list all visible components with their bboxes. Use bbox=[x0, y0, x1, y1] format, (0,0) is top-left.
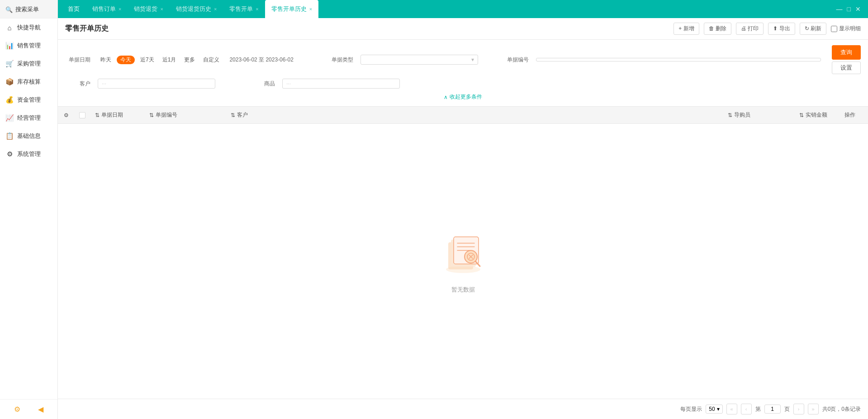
tab-sales-return-history[interactable]: 销货退货历史× bbox=[170, 0, 223, 18]
window-close[interactable]: ✕ bbox=[855, 5, 861, 13]
display-detail-label: 显示明细 bbox=[839, 25, 861, 33]
settings-icon: ⚙ bbox=[64, 112, 69, 118]
goods-label: 商品 bbox=[250, 80, 275, 88]
sidebar-search[interactable]: 🔍 搜索采单 bbox=[0, 0, 57, 19]
order-no-input[interactable] bbox=[536, 58, 821, 61]
sidebar-item-sales-mgmt[interactable]: 📊销售管理 bbox=[0, 37, 57, 55]
sidebar-icon-basic-info: 📋 bbox=[5, 132, 14, 140]
date-shortcut-今天[interactable]: 今天 bbox=[117, 56, 135, 64]
table-area: ⚙ ⇅ 单据日期 ⇅ 单据编号 ⇅ 客户 ⇅ bbox=[58, 107, 868, 399]
th-customer[interactable]: ⇅ 客户 bbox=[226, 111, 723, 119]
tab-close-retail-open-history[interactable]: × bbox=[309, 6, 312, 12]
collapse-footer-icon[interactable]: ◀ bbox=[38, 405, 43, 414]
sidebar-label-finance: 资金管理 bbox=[17, 96, 41, 104]
sidebar-nav: ⌂快捷导航📊销售管理🛒采购管理📦库存核算💰资金管理📈经营管理📋基础信息⚙系统管理 bbox=[0, 19, 57, 399]
tab-label-home: 首页 bbox=[68, 5, 80, 12]
th-amount[interactable]: ⇅ 实销金额 bbox=[778, 111, 832, 119]
th-settings[interactable]: ⚙ bbox=[58, 112, 74, 118]
window-controls: — □ ✕ bbox=[836, 5, 864, 13]
tab-close-sales-return-history[interactable]: × bbox=[214, 6, 217, 12]
customer-placeholder: ··· bbox=[102, 80, 106, 87]
tab-close-retail-open[interactable]: × bbox=[256, 6, 258, 12]
th-date[interactable]: ⇅ 单据日期 bbox=[90, 111, 145, 119]
select-all-checkbox[interactable] bbox=[79, 112, 85, 118]
export-button[interactable]: ⬆ 导出 bbox=[768, 23, 795, 35]
collapse-icon: ∧ bbox=[444, 94, 448, 100]
first-page-btn[interactable]: « bbox=[726, 404, 737, 414]
th-customer-label: 客户 bbox=[237, 111, 248, 119]
delete-button[interactable]: 🗑 删除 bbox=[704, 23, 731, 35]
goods-input[interactable]: ··· bbox=[282, 79, 400, 89]
sidebar-item-basic-info[interactable]: 📋基础信息 bbox=[0, 127, 57, 145]
tab-label-retail-open-history: 零售开单历史 bbox=[271, 5, 307, 13]
display-detail-checkbox[interactable] bbox=[831, 26, 837, 32]
last-page-btn[interactable]: » bbox=[808, 404, 819, 414]
order-type-select[interactable]: ▾ bbox=[360, 55, 478, 65]
window-maximize[interactable]: □ bbox=[847, 5, 851, 13]
filter-row-2: 客户 ··· 商品 ··· bbox=[65, 79, 861, 89]
refresh-button[interactable]: ↻ 刷新 bbox=[800, 23, 826, 35]
th-checkbox[interactable] bbox=[74, 112, 90, 118]
tab-label-sales-return-history: 销货退货历史 bbox=[176, 5, 211, 13]
tab-retail-open[interactable]: 零售开单× bbox=[223, 0, 265, 18]
toolbar: 零售开单历史 + 新增 🗑 删除 🖨 打印 ⬆ 导出 ↻ 刷新 显示明细 bbox=[58, 18, 868, 40]
tab-sales-order[interactable]: 销售订单× bbox=[86, 0, 128, 18]
date-shortcuts: 昨天今天近7天近1月更多自定义 bbox=[98, 56, 222, 64]
sidebar-item-finance[interactable]: 💰资金管理 bbox=[0, 91, 57, 109]
prev-page-btn[interactable]: ‹ bbox=[741, 404, 752, 414]
sort-icon-customer: ⇅ bbox=[231, 112, 235, 118]
tab-home[interactable]: 首页 bbox=[62, 5, 86, 13]
customer-input[interactable]: ··· bbox=[98, 79, 215, 89]
main-area: 首页销售订单×销货退货×销货退货历史×零售开单×零售开单历史× — □ ✕ 零售… bbox=[58, 0, 868, 419]
toolbar-actions: + 新增 🗑 删除 🖨 打印 ⬆ 导出 ↻ 刷新 显示明细 bbox=[674, 23, 861, 35]
empty-illustration bbox=[438, 229, 488, 278]
sidebar-item-inventory[interactable]: 📦库存核算 bbox=[0, 73, 57, 91]
tab-close-sales-order[interactable]: × bbox=[119, 6, 121, 12]
tab-sales-return[interactable]: 销货退货× bbox=[128, 0, 169, 18]
date-shortcut-昨天[interactable]: 昨天 bbox=[98, 56, 114, 64]
sidebar-label-basic-info: 基础信息 bbox=[17, 132, 41, 140]
tab-close-sales-return[interactable]: × bbox=[160, 6, 163, 12]
sidebar-item-system[interactable]: ⚙系统管理 bbox=[0, 145, 57, 163]
pagination: 每页显示 50 ▾ « ‹ 第 页 › » 共0页，0条记录 bbox=[58, 399, 868, 419]
th-amount-label: 实销金额 bbox=[806, 111, 827, 119]
sidebar-label-quick-nav: 快捷导航 bbox=[17, 24, 41, 32]
th-guide[interactable]: ⇅ 导购员 bbox=[723, 111, 778, 119]
tab-label-sales-order: 销售订单 bbox=[92, 5, 116, 13]
date-shortcut-近7天[interactable]: 近7天 bbox=[138, 56, 157, 64]
sidebar-item-quick-nav[interactable]: ⌂快捷导航 bbox=[0, 19, 57, 37]
tab-bar: 首页销售订单×销货退货×销货退货历史×零售开单×零售开单历史× — □ ✕ bbox=[58, 0, 868, 18]
date-shortcut-更多[interactable]: 更多 bbox=[181, 56, 198, 64]
per-page-select[interactable]: 50 ▾ bbox=[706, 405, 722, 414]
add-button[interactable]: + 新增 bbox=[674, 23, 699, 35]
per-page-label: 每页显示 bbox=[680, 405, 702, 413]
sidebar-label-system: 系统管理 bbox=[17, 150, 41, 158]
total-info: 共0页，0条记录 bbox=[822, 405, 861, 413]
sidebar: 🔍 搜索采单 ⌂快捷导航📊销售管理🛒采购管理📦库存核算💰资金管理📈经营管理📋基础… bbox=[0, 0, 58, 419]
sidebar-item-operations[interactable]: 📈经营管理 bbox=[0, 109, 57, 127]
settings-button[interactable]: 设置 bbox=[832, 61, 861, 74]
next-page-btn[interactable]: › bbox=[793, 404, 804, 414]
filter-area: 单据日期 昨天今天近7天近1月更多自定义 2023-06-02 至 2023-0… bbox=[58, 40, 868, 107]
settings-footer-icon[interactable]: ⚙ bbox=[14, 405, 20, 414]
query-button[interactable]: 查询 bbox=[832, 45, 861, 60]
sidebar-label-purchase-mgmt: 采购管理 bbox=[17, 60, 41, 68]
sidebar-icon-inventory: 📦 bbox=[5, 78, 14, 86]
print-button[interactable]: 🖨 打印 bbox=[736, 23, 764, 35]
sort-icon-guide: ⇅ bbox=[728, 112, 732, 118]
date-shortcut-近1月[interactable]: 近1月 bbox=[160, 56, 179, 64]
th-order-no[interactable]: ⇅ 单据编号 bbox=[145, 111, 226, 119]
page-input[interactable] bbox=[764, 405, 781, 414]
th-guide-label: 导购员 bbox=[734, 111, 750, 119]
window-minimize[interactable]: — bbox=[836, 5, 843, 13]
sidebar-icon-finance: 💰 bbox=[5, 96, 14, 104]
tab-retail-open-history[interactable]: 零售开单历史× bbox=[265, 0, 318, 18]
page-content: 零售开单历史 + 新增 🗑 删除 🖨 打印 ⬆ 导出 ↻ 刷新 显示明细 单据日… bbox=[58, 18, 868, 419]
date-shortcut-自定义[interactable]: 自定义 bbox=[200, 56, 222, 64]
search-icon: 🔍 bbox=[5, 6, 13, 13]
collapse-button[interactable]: ∧ 收起更多条件 bbox=[444, 93, 482, 101]
display-detail-toggle[interactable]: 显示明细 bbox=[831, 25, 861, 33]
sidebar-item-purchase-mgmt[interactable]: 🛒采购管理 bbox=[0, 55, 57, 73]
th-orderno-label: 单据编号 bbox=[156, 111, 177, 119]
sidebar-label-sales-mgmt: 销售管理 bbox=[17, 42, 41, 50]
